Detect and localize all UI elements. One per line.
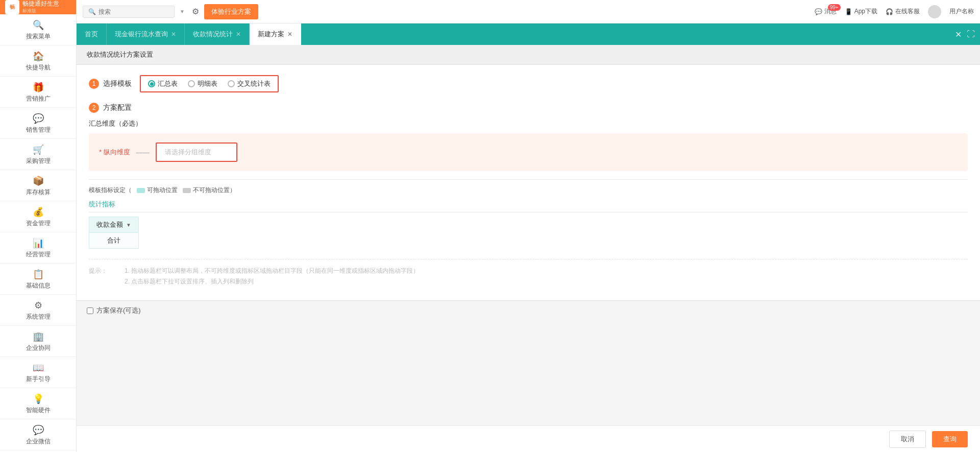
step2-section: 2 方案配置 汇总维度（必选） 纵向维度 —— 请选择分组维度 模板指标设定（ xyxy=(89,103,968,288)
cancel-button[interactable]: 取消 xyxy=(889,431,926,448)
topbar-right: 💬 消息 99+ 📱 App下载 🎧 在线客服 用户名称 xyxy=(815,5,974,18)
metrics-table: 收款金额 ▼ 合计 xyxy=(89,217,139,249)
logo-text: 畅捷通好生意 标准版 xyxy=(22,0,59,14)
sidebar-item-guide[interactable]: 📖 新手引导 xyxy=(0,357,76,388)
metrics-label-title: 统计指标 xyxy=(89,200,968,212)
industry-btn[interactable]: 体验行业方案 xyxy=(204,4,258,19)
tips-lines: 1. 拖动标题栏可以调整布局，不可跨维度或指标区域拖动栏目字段（只能在同一维度或… xyxy=(109,267,419,288)
sidebar-item-operation[interactable]: 📊 经营管理 xyxy=(0,232,76,264)
search-input[interactable] xyxy=(99,8,165,15)
step2-label: 方案配置 xyxy=(103,103,132,112)
inventory-icon: 📦 xyxy=(33,175,44,186)
sidebar-item-search-menu[interactable]: 🔍 搜索菜单 xyxy=(0,14,76,45)
settings-icon[interactable]: ⚙ xyxy=(192,7,199,16)
dimension-row-label: 纵向维度 xyxy=(99,148,130,157)
gift-icon: 🎁 xyxy=(33,82,44,93)
section-content: 1 选择模板 汇总表 明细表 交叉统计表 xyxy=(77,65,980,300)
system-icon: ⚙ xyxy=(34,300,42,311)
tip-line-1: 1. 拖动标题栏可以调整布局，不可跨维度或指标区域拖动栏目字段（只能在同一维度或… xyxy=(109,267,419,275)
purchase-icon: 🛒 xyxy=(33,144,44,155)
metrics-header: 模板指标设定（ 可拖动位置 不可拖动位置） xyxy=(89,186,968,195)
sidebar-item-hardware[interactable]: 💡 智能硬件 xyxy=(0,388,76,419)
sidebar-item-marketing[interactable]: 🎁 营销推广 xyxy=(0,77,76,108)
sidebar-item-inventory[interactable]: 📦 库存核算 xyxy=(0,170,76,201)
operation-icon: 📊 xyxy=(33,237,44,249)
dimension-selector[interactable]: 请选择分组维度 xyxy=(156,142,237,162)
dimension-config: 纵向维度 —— 请选择分组维度 xyxy=(89,133,968,171)
guide-icon: 📖 xyxy=(33,362,44,373)
tips-title: 提示： xyxy=(89,267,107,275)
enterprise-icon: 🏢 xyxy=(33,331,44,342)
search-dropdown-arrow[interactable]: ▼ xyxy=(180,9,185,14)
sales-icon: 💬 xyxy=(33,113,44,124)
sidebar-item-quick-nav[interactable]: 🏠 快捷导航 xyxy=(0,45,76,77)
step1-row: 1 选择模板 汇总表 明细表 交叉统计表 xyxy=(89,75,968,92)
main-content: 🔍 ▼ ⚙ 体验行业方案 💬 消息 99+ 📱 App下载 🎧 在线客服 用户名… xyxy=(77,0,980,452)
logo-icon: 畅 xyxy=(5,0,19,14)
radio-cross[interactable]: 交叉统计表 xyxy=(228,79,271,88)
radio-circle-detail xyxy=(188,80,195,87)
non-draggable-hint: 不可拖动位置） xyxy=(183,186,236,195)
page-content: 收款情况统计方案设置 1 选择模板 汇总表 明细表 xyxy=(77,45,980,452)
dimension-arrow: —— xyxy=(136,149,150,156)
draggable-hint: 可拖动位置 xyxy=(137,186,178,195)
metrics-dropdown-arrow[interactable]: ▼ xyxy=(126,222,131,228)
radio-detail[interactable]: 明细表 xyxy=(188,79,217,88)
hardware-icon: 💡 xyxy=(33,393,44,405)
query-button[interactable]: 查询 xyxy=(932,431,968,447)
tab-receipt-stats[interactable]: 收款情况统计 ✕ xyxy=(185,23,250,45)
summary-dimension-title: 汇总维度（必选） xyxy=(89,119,968,128)
message-btn[interactable]: 💬 消息 99+ xyxy=(815,7,837,16)
sidebar-item-basic-info[interactable]: 📋 基础信息 xyxy=(0,264,76,295)
page-footer: 方案保存(可选) xyxy=(77,300,980,320)
bottom-actionbar: 取消 查询 xyxy=(77,425,980,452)
search-box[interactable]: 🔍 xyxy=(83,6,175,18)
app-icon: 📱 xyxy=(845,8,852,15)
sidebar-item-system[interactable]: ⚙ 系统管理 xyxy=(0,295,76,326)
non-draggable-hint-box xyxy=(183,188,191,193)
sidebar-item-sales[interactable]: 💬 销售管理 xyxy=(0,108,76,139)
sidebar-item-wechat[interactable]: 💬 企业微信 xyxy=(0,419,76,450)
sidebar-item-purchase[interactable]: 🛒 采购管理 xyxy=(0,139,76,170)
page-title: 收款情况统计方案设置 xyxy=(87,51,153,58)
radio-circle-summary xyxy=(148,80,155,87)
step2-badge: 2 xyxy=(89,103,99,113)
topbar: 🔍 ▼ ⚙ 体验行业方案 💬 消息 99+ 📱 App下载 🎧 在线客服 用户名… xyxy=(77,0,980,23)
app-download-btn[interactable]: 📱 App下载 xyxy=(845,7,877,16)
username-label[interactable]: 用户名称 xyxy=(949,7,974,16)
online-service-btn[interactable]: 🎧 在线客服 xyxy=(886,7,920,16)
save-checkbox-row[interactable]: 方案保存(可选) xyxy=(87,306,141,315)
metrics-body-cell-0-0: 合计 xyxy=(89,233,139,249)
finance-icon: 💰 xyxy=(33,206,44,218)
sidebar-item-enterprise[interactable]: 🏢 企业协同 xyxy=(0,326,76,357)
tab-new-plan[interactable]: 新建方案 ✕ xyxy=(250,23,301,45)
tips-section: 提示： 1. 拖动标题栏可以调整布局，不可跨维度或指标区域拖动栏目字段（只能在同… xyxy=(89,259,968,288)
home-icon: 🏠 xyxy=(33,51,44,62)
page-header: 收款情况统计方案设置 xyxy=(77,45,980,65)
radio-summary[interactable]: 汇总表 xyxy=(148,79,178,88)
tab-close-bank-flow[interactable]: ✕ xyxy=(171,31,176,38)
message-icon: 💬 xyxy=(815,8,822,15)
search-icon-top: 🔍 xyxy=(88,8,96,15)
metrics-header-cell-0[interactable]: 收款金额 ▼ xyxy=(89,217,139,233)
step1-label: 选择模板 xyxy=(103,79,132,88)
tab-home[interactable]: 首页 xyxy=(77,23,107,45)
tabbar: 首页 现金银行流水查询 ✕ 收款情况统计 ✕ 新建方案 ✕ ✕ ⛶ xyxy=(77,23,980,45)
metrics-section: 模板指标设定（ 可拖动位置 不可拖动位置） 统计指标 xyxy=(89,179,968,249)
metrics-settings-title: 模板指标设定（ xyxy=(89,186,132,195)
service-icon: 🎧 xyxy=(886,8,893,15)
step1-badge: 1 xyxy=(89,79,99,89)
basic-info-icon: 📋 xyxy=(33,269,44,280)
tip-line-2: 2. 点击标题栏下拉可设置排序、插入列和删除列 xyxy=(109,277,419,286)
tab-close-receipt-stats[interactable]: ✕ xyxy=(236,31,241,38)
tab-close-all-btn[interactable]: ✕ xyxy=(955,30,962,39)
save-checkbox[interactable] xyxy=(87,307,93,314)
tab-close-new-plan[interactable]: ✕ xyxy=(287,31,292,38)
tab-bank-flow[interactable]: 现金银行流水查询 ✕ xyxy=(107,23,185,45)
tab-maximize-btn[interactable]: ⛶ xyxy=(967,30,975,39)
sidebar-item-finance[interactable]: 💰 资金管理 xyxy=(0,201,76,232)
sidebar: 畅 畅捷通好生意 标准版 🔍 搜索菜单 🏠 快捷导航 🎁 营销推广 💬 销售管理… xyxy=(0,0,77,452)
radio-circle-cross xyxy=(228,80,235,87)
sidebar-logo: 畅 畅捷通好生意 标准版 xyxy=(0,0,76,14)
user-avatar[interactable] xyxy=(928,5,941,18)
